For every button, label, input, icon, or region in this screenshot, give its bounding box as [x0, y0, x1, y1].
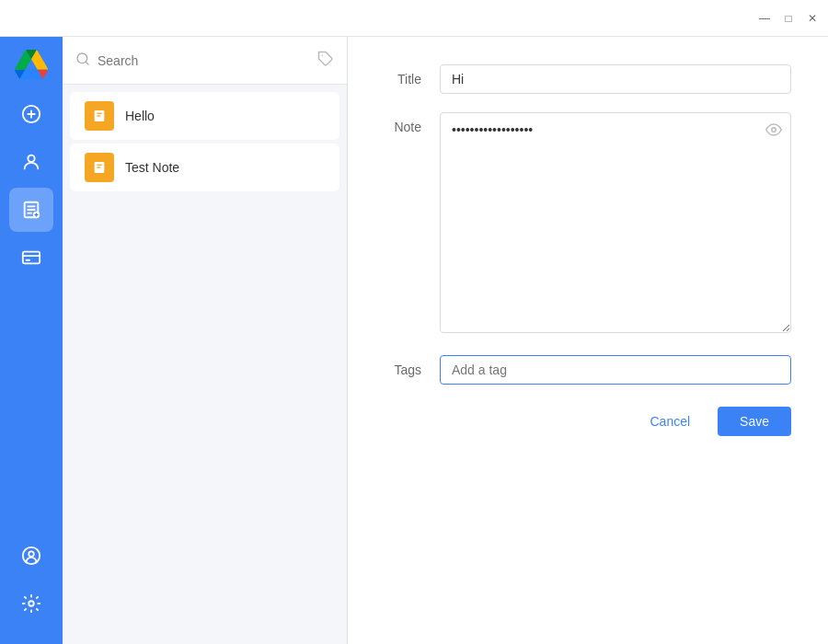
- eye-icon[interactable]: [765, 121, 782, 142]
- title-field-row: Title: [385, 64, 791, 94]
- search-icon: [75, 52, 90, 69]
- window-controls: — □ ✕: [758, 12, 819, 25]
- svg-point-16: [29, 601, 34, 606]
- sidebar-item-settings[interactable]: [9, 581, 53, 626]
- note-field-row: Note ••••••••••••••••••: [385, 112, 791, 337]
- title-bar: — □ ✕: [0, 0, 828, 37]
- tags-field-row: Tags: [385, 355, 791, 385]
- action-row: Cancel Save: [385, 407, 791, 436]
- app-container: Hello Test Note Title Note: [0, 37, 828, 644]
- note-textarea-wrap: ••••••••••••••••••: [440, 112, 791, 337]
- note-title-hello: Hello: [125, 109, 155, 123]
- note-item-hello[interactable]: Hello: [70, 92, 339, 140]
- notes-list: Hello Test Note: [63, 85, 347, 644]
- note-label: Note: [385, 112, 421, 134]
- cancel-button[interactable]: Cancel: [633, 407, 707, 436]
- sidebar-bottom: [9, 534, 53, 635]
- sidebar-item-add[interactable]: [9, 92, 53, 136]
- sidebar-item-notes[interactable]: [9, 188, 53, 232]
- sidebar-item-card[interactable]: [9, 236, 53, 280]
- svg-point-26: [772, 128, 776, 132]
- search-input[interactable]: [98, 53, 310, 68]
- title-input[interactable]: [440, 64, 791, 94]
- svg-line-18: [86, 62, 88, 64]
- sidebar-item-profile[interactable]: [9, 140, 53, 184]
- save-button[interactable]: Save: [718, 407, 791, 436]
- svg-point-15: [29, 551, 34, 557]
- tags-label: Tags: [385, 355, 421, 377]
- minimize-button[interactable]: —: [758, 12, 771, 25]
- app-logo: [13, 46, 50, 83]
- search-bar: [63, 37, 347, 85]
- maximize-button[interactable]: □: [782, 12, 795, 25]
- title-label: Title: [385, 64, 421, 86]
- svg-point-3: [28, 155, 34, 162]
- note-item-test[interactable]: Test Note: [70, 144, 339, 191]
- sidebar-item-security[interactable]: [9, 534, 53, 578]
- tags-input[interactable]: [440, 355, 791, 385]
- sidebar: [0, 37, 63, 644]
- svg-rect-11: [23, 252, 40, 264]
- note-icon-test: [85, 153, 114, 182]
- close-button[interactable]: ✕: [806, 12, 819, 25]
- notes-list-panel: Hello Test Note: [63, 37, 348, 644]
- tag-icon[interactable]: [317, 51, 334, 71]
- note-icon-hello: [85, 101, 114, 131]
- detail-panel: Title Note •••••••••••••••••• Tags: [348, 37, 828, 644]
- note-textarea[interactable]: ••••••••••••••••••: [440, 112, 791, 333]
- note-title-test: Test Note: [125, 160, 179, 175]
